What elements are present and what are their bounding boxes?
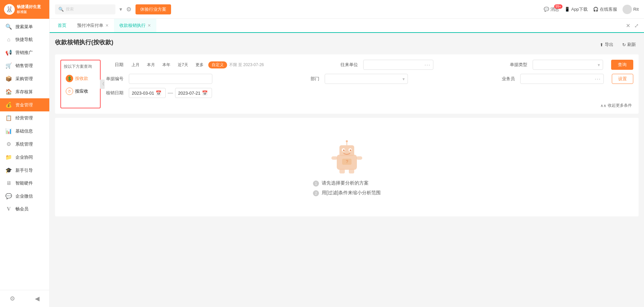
- sidebar-item-sales[interactable]: 🛒 销售管理: [0, 59, 49, 72]
- writeoff-start-date-value: 2023-03-01: [132, 91, 154, 96]
- sidebar-item-collab[interactable]: 📁 企业协同: [0, 151, 49, 164]
- tab-home[interactable]: 首页: [52, 19, 72, 33]
- purchase-icon: 📦: [5, 75, 12, 82]
- date-more-btn[interactable]: 更多: [193, 61, 206, 68]
- tab-close-window-btn[interactable]: ✕: [625, 21, 632, 30]
- sidebar-label-operation: 经营管理: [15, 115, 33, 121]
- topbar-chevron-icon[interactable]: ▾: [119, 6, 122, 12]
- svg-rect-9: [356, 156, 362, 160]
- export-button[interactable]: ⬆ 导出: [597, 40, 616, 49]
- counterpart-label: 往来单位: [339, 62, 358, 68]
- date-last-month-btn[interactable]: 上月: [129, 61, 142, 68]
- counterpart-select[interactable]: ···: [363, 60, 434, 70]
- user-avatar-area[interactable]: Rit: [623, 5, 639, 14]
- finance-icon: 💰: [5, 102, 12, 108]
- date-this-month-btn[interactable]: 本月: [144, 61, 158, 68]
- tab-writeoff-close[interactable]: ✕: [148, 23, 151, 28]
- collapse-more-btn[interactable]: ∧∧ 收起更多条件: [599, 103, 633, 108]
- filter-option-by-receivable[interactable]: ⏱ 按应收: [64, 86, 97, 96]
- tab-home-label: 首页: [58, 22, 66, 29]
- writeoff-date-range: 2023-03-01 📅 — 2023-07-21 📅: [129, 88, 212, 98]
- sidebar-item-search[interactable]: 🔍 搜索菜单: [0, 20, 49, 33]
- sidebar-item-system[interactable]: ⚙ 系统管理: [0, 138, 49, 151]
- app-edition: 标准版: [17, 10, 41, 14]
- refresh-label: 刷新: [627, 42, 636, 48]
- sidebar-item-basic[interactable]: 📊 基础信息: [0, 124, 49, 138]
- app-download-button[interactable]: 📱 App下载: [565, 6, 588, 12]
- sidebar-label-sales: 销售管理: [15, 63, 33, 69]
- topbar-right: 💬 消息 99+ 📱 App下载 🎧 在线客服 Rit: [544, 5, 639, 14]
- filter-row-2: 单据编号 部门 ▾ 业务员 ··· 设置: [105, 74, 633, 84]
- topbar-search-box[interactable]: 🔍 搜索: [55, 4, 115, 14]
- sidebar-item-wxwork[interactable]: 💬 企业微信: [0, 190, 49, 203]
- empty-tip-2: 2 用[过滤]条件来缩小分析范围: [313, 190, 381, 196]
- operation-icon: 📋: [5, 115, 12, 121]
- empty-tip-1: 1 请先选择要分析的方案: [313, 180, 381, 187]
- system-icon: ⚙: [5, 141, 12, 147]
- online-service-button[interactable]: 🎧 在线客服: [593, 6, 617, 12]
- sidebar-item-purchase[interactable]: 📦 采购管理: [0, 72, 49, 85]
- date-this-year-btn[interactable]: 本年: [160, 61, 173, 68]
- department-select[interactable]: ▾: [325, 74, 408, 84]
- writeoff-start-date-input[interactable]: 2023-03-01 📅: [129, 88, 166, 98]
- sidebar-item-nav[interactable]: ⌂ 快捷导航: [0, 33, 49, 46]
- empty-tip-2-text: 用[过滤]条件来缩小分析范围: [322, 190, 381, 196]
- marketing-icon: 📢: [5, 49, 12, 56]
- sidebar-item-hardware[interactable]: 🖥 智能硬件: [0, 177, 49, 190]
- sidebar-label-collab: 企业协同: [15, 154, 33, 160]
- user-avatar: [623, 5, 632, 14]
- sidebar-label-purchase: 采购管理: [15, 76, 33, 82]
- refresh-button[interactable]: ↻ 刷新: [620, 40, 639, 49]
- receipt-option-label: 按收款: [75, 75, 88, 82]
- date-custom-btn[interactable]: 自定义: [208, 61, 227, 68]
- filter-option-by-receipt[interactable]: 💲 按收款: [64, 73, 97, 84]
- hardware-icon: 🖥: [5, 180, 12, 186]
- doc-type-select[interactable]: ▾: [533, 60, 603, 70]
- settings-bottom-icon[interactable]: ⚙: [7, 294, 18, 304]
- tabbar: 首页 预付冲应付单 ✕ 收款核销执行 ✕ ✕ ⤢: [50, 19, 644, 33]
- tab-prepay-close[interactable]: ✕: [105, 23, 109, 28]
- message-button[interactable]: 💬 消息 99+: [544, 6, 559, 12]
- sidebar-label-wxwork: 企业微信: [15, 193, 33, 199]
- doc-type-label: 单据类型: [508, 62, 527, 68]
- collapse-sidebar-btn[interactable]: ◀: [32, 294, 42, 304]
- sidebar-item-finance[interactable]: 💰 资金管理: [0, 98, 49, 111]
- svg-point-5: [350, 150, 352, 151]
- date-7days-btn[interactable]: 近7天: [175, 61, 191, 68]
- query-button[interactable]: 查询: [611, 60, 633, 70]
- filter-scheme-title: 按以下方案查询: [64, 64, 97, 69]
- topbar-gear-icon[interactable]: ⚙: [126, 6, 131, 13]
- sidebar-item-member[interactable]: V 畅会员: [0, 203, 49, 215]
- page-title: 收款核销执行(按收款): [55, 38, 113, 46]
- svg-text:?: ?: [346, 159, 348, 164]
- svg-point-4: [343, 150, 345, 151]
- salesperson-select[interactable]: ···: [520, 74, 604, 84]
- app-download-label: App下载: [571, 6, 588, 12]
- industry-solution-button[interactable]: 休验行业方案: [136, 4, 171, 14]
- sidebar-item-operation[interactable]: 📋 经营管理: [0, 111, 49, 124]
- writeoff-end-date-input[interactable]: 2023-07-21 📅: [175, 88, 212, 98]
- sidebar-label-basic: 基础信息: [15, 128, 33, 134]
- tab-prepay[interactable]: 预付冲应付单 ✕: [72, 19, 114, 33]
- doc-no-input[interactable]: [129, 74, 212, 84]
- sidebar-item-guide[interactable]: 🎓 新手引导: [0, 164, 49, 177]
- wxwork-icon: 💬: [5, 193, 12, 199]
- collapse-panel-btn[interactable]: 《: [100, 80, 105, 89]
- tip-num-2: 2: [313, 190, 319, 196]
- doc-no-label: 单据编号: [105, 76, 123, 82]
- empty-tips: 1 请先选择要分析的方案 2 用[过滤]条件来缩小分析范围: [313, 180, 381, 196]
- sidebar-label-system: 系统管理: [15, 141, 33, 147]
- app-name: 畅捷通好生意: [17, 4, 41, 10]
- sidebar-label-nav: 快捷导航: [15, 37, 33, 43]
- setting-button[interactable]: 设置: [612, 74, 633, 84]
- sidebar-label-member: 畅会员: [15, 206, 29, 212]
- date-hint: 不限 至 2023-07-26: [229, 62, 264, 68]
- tabbar-actions: ✕ ⤢: [625, 19, 641, 32]
- sidebar-item-marketing[interactable]: 📢 营销推广: [0, 46, 49, 59]
- service-icon: 🎧: [593, 7, 598, 12]
- collapse-more-row: ∧∧ 收起更多条件: [105, 102, 633, 108]
- tab-maximize-btn[interactable]: ⤢: [633, 21, 640, 30]
- sidebar-label-marketing: 营销推广: [15, 50, 33, 56]
- sidebar-item-inventory[interactable]: 🏠 库存核算: [0, 85, 49, 98]
- tab-writeoff[interactable]: 收款核销执行 ✕: [114, 19, 156, 33]
